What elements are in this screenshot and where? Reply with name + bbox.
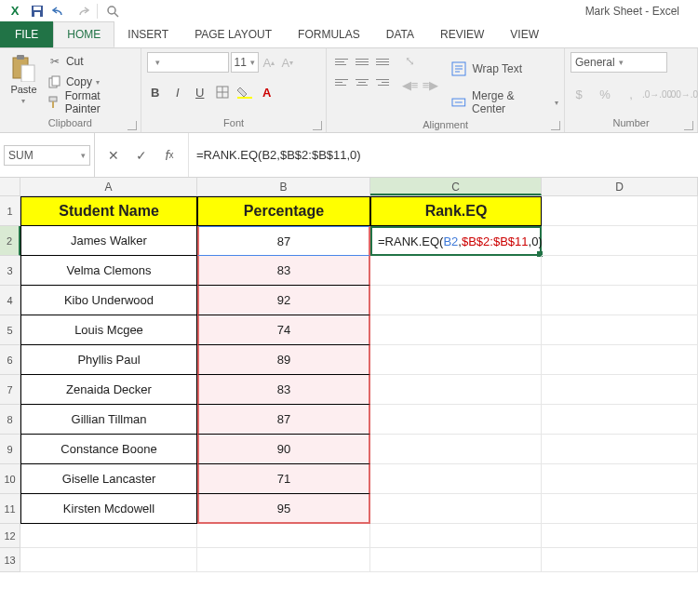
cell[interactable]: Kibo Underwood [20,286,197,315]
column-header-B[interactable]: B [197,178,370,195]
tab-formulas[interactable]: FORMULAS [285,21,373,47]
cell[interactable]: Constance Boone [20,435,197,464]
cell[interactable]: 87 [197,226,370,256]
cell[interactable]: 95 [197,494,370,524]
cell[interactable] [542,548,698,572]
tab-insert[interactable]: INSERT [114,21,181,47]
row-header[interactable]: 11 [0,494,20,524]
dialog-launcher-icon[interactable] [313,121,322,130]
cell[interactable]: 89 [197,345,370,375]
cell[interactable] [370,464,542,494]
decrease-font-button[interactable]: A▾ [279,54,296,71]
italic-button[interactable]: I [169,84,186,100]
redo-button[interactable] [73,2,91,20]
cell[interactable]: =RANK.EQ(B2,$B$2:$B$11,0) [370,226,542,256]
row-header[interactable]: 4 [0,286,20,315]
increase-font-button[interactable]: A▴ [261,54,277,71]
tab-view[interactable]: VIEW [497,21,552,47]
cell[interactable]: Kirsten Mcdowell [20,494,197,524]
align-center-button[interactable] [353,73,371,91]
tab-data[interactable]: DATA [373,21,427,47]
align-left-button[interactable] [332,73,351,91]
copy-button[interactable]: Copy ▾ [46,73,135,91]
cell[interactable] [370,286,542,315]
font-color-button[interactable]: A [259,84,275,100]
dialog-launcher-icon[interactable] [128,121,137,130]
percent-format-button[interactable]: % [597,86,613,102]
cancel-formula-button[interactable]: ✕ [104,146,123,165]
column-header-A[interactable]: A [20,178,197,195]
select-all-corner[interactable] [0,178,20,195]
cell[interactable] [370,494,542,524]
formula-input[interactable]: =RANK.EQ(B2,$B$2:$B$11,0) [189,133,698,177]
cell[interactable]: 83 [197,256,370,286]
column-header-D[interactable]: D [542,178,698,195]
align-top-button[interactable] [332,52,351,71]
cell[interactable] [542,286,698,315]
align-bottom-button[interactable] [373,52,392,71]
row-header[interactable]: 13 [0,548,20,572]
merge-center-button[interactable]: Merge & Center ▾ [451,87,558,117]
row-header[interactable]: 5 [0,315,20,345]
cell[interactable] [542,315,698,345]
cell[interactable] [542,196,698,226]
number-format-select[interactable]: General [570,52,667,73]
tab-file[interactable]: FILE [0,21,53,47]
cell[interactable]: Zenaida Decker [20,375,197,405]
cell[interactable] [20,524,197,548]
cell[interactable] [542,375,698,405]
name-box[interactable]: SUM ▾ [4,145,90,166]
undo-button[interactable] [50,2,69,20]
cell[interactable] [542,226,698,256]
row-header[interactable]: 9 [0,435,20,464]
save-button[interactable] [28,2,47,20]
cell[interactable] [370,375,542,405]
cell[interactable]: James Walker [20,226,197,256]
dialog-launcher-icon[interactable] [551,121,560,130]
row-header[interactable]: 3 [0,256,20,286]
cell[interactable]: 74 [197,315,370,345]
print-preview-button[interactable] [103,2,122,20]
accounting-format-button[interactable]: $ [570,86,587,102]
decrease-decimal-button[interactable]: .00→.0 [675,86,691,102]
format-painter-button[interactable]: Format Painter [46,93,135,112]
cell[interactable] [542,494,698,524]
tab-home[interactable]: HOME [53,21,114,47]
cell[interactable]: 90 [197,435,370,464]
cell[interactable]: 87 [197,405,370,435]
fill-color-button[interactable] [236,84,253,100]
paste-button[interactable]: Paste ▾ [6,52,42,105]
tab-review[interactable]: REVIEW [427,21,497,47]
cell[interactable] [370,548,542,572]
increase-decimal-button[interactable]: .0→.00 [649,86,665,102]
font-size-select[interactable]: 11 [231,52,259,73]
cell[interactable]: Louis Mcgee [20,315,197,345]
cell[interactable]: Phyllis Paul [20,345,197,375]
cell[interactable] [542,464,698,494]
align-middle-button[interactable] [353,52,371,71]
cell[interactable]: 92 [197,286,370,315]
bold-button[interactable]: B [147,84,164,100]
cell[interactable]: Velma Clemons [20,256,197,286]
borders-button[interactable] [214,84,231,100]
orientation-button[interactable]: ⤡ [401,52,418,69]
cell[interactable] [542,524,698,548]
tab-page-layout[interactable]: PAGE LAYOUT [181,21,285,47]
align-right-button[interactable] [373,73,392,91]
cell[interactable] [370,315,542,345]
row-header[interactable]: 6 [0,345,20,375]
cell[interactable] [370,435,542,464]
row-header[interactable]: 1 [0,196,20,226]
increase-indent-button[interactable]: ≡▶ [422,76,438,93]
underline-button[interactable]: U [192,84,208,100]
row-header[interactable]: 8 [0,405,20,435]
font-name-select[interactable] [147,52,229,73]
cell[interactable] [542,256,698,286]
cell[interactable] [370,405,542,435]
cell[interactable] [20,548,197,572]
cell[interactable]: Student Name [20,196,197,226]
cell[interactable] [542,435,698,464]
cell[interactable] [370,256,542,286]
cell[interactable] [370,345,542,375]
cell[interactable] [197,548,370,572]
